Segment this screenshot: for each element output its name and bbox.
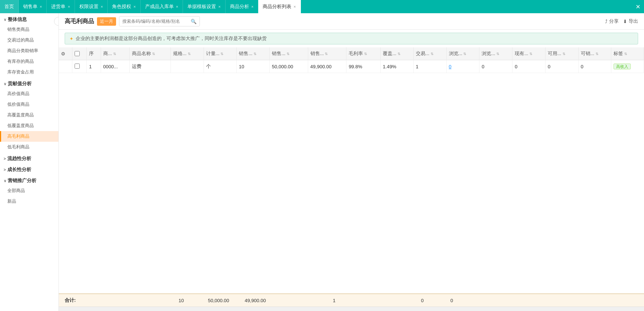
footer-cell: 50,000.00 <box>206 298 242 303</box>
sidebar-item[interactable]: 高毛利商品 <box>0 131 58 142</box>
sort-icon: ⇅ <box>463 52 466 56</box>
col-header-sales_amt[interactable]: 销售...⇅ <box>270 47 308 60</box>
tab-close-icon[interactable]: × <box>133 5 136 9</box>
sidebar-item[interactable]: 库存资金占用 <box>0 67 58 77</box>
footer-cell: 0 <box>419 298 448 303</box>
sidebar-item[interactable]: 新品 <box>0 196 58 207</box>
header-actions: ⤴ 分享 ⬇ 导出 <box>605 18 638 25</box>
nav-tab[interactable]: 进货单× <box>47 0 75 13</box>
footer-cell: 1 <box>331 298 360 303</box>
sidebar-group-title[interactable]: >成长性分析 <box>0 163 58 174</box>
sidebar-group-title[interactable]: ∨贡献值分析 <box>0 77 58 88</box>
data-table: ⚙序商...⇅商品名称⇅规格...⇅计量...⇅销售...⇅销售...⇅销售..… <box>59 47 644 73</box>
col-header-sales_qty[interactable]: 销售...⇅ <box>237 47 270 60</box>
tab-close-icon[interactable]: × <box>251 5 253 9</box>
cell-browse1[interactable]: 0 <box>446 60 479 73</box>
col-header-gross_margin[interactable]: 毛利率⇅ <box>346 47 381 60</box>
sidebar-item[interactable]: 有库存的商品 <box>0 56 58 67</box>
col-header-trade_count[interactable]: 交易...⇅ <box>413 47 446 60</box>
close-all-icon[interactable]: ✕ <box>636 3 640 10</box>
select-all-checkbox[interactable] <box>75 51 80 56</box>
footer-cell <box>389 298 419 303</box>
info-banner-text: 企业的主要的利润都是这部分商品创造的，可考虑加大推广，同时关注库存是不要出现缺货 <box>76 35 267 42</box>
sidebar-group-label: 流趋性分析 <box>7 155 31 162</box>
sidebar-item[interactable]: 低价值商品 <box>0 99 58 110</box>
tab-close-icon[interactable]: × <box>176 5 178 9</box>
cell-spec <box>170 60 204 73</box>
nav-tab[interactable]: 商品分析× <box>226 0 258 13</box>
search-input[interactable] <box>119 17 188 26</box>
cell-browse2: 0 <box>479 60 512 73</box>
sidebar-group-title[interactable]: >流趋性分析 <box>0 152 58 163</box>
sidebar-item[interactable]: 低毛利商品 <box>0 142 58 152</box>
col-header-checkbox[interactable] <box>72 47 87 60</box>
col-header-sales_profit[interactable]: 销售...⇅ <box>308 47 346 60</box>
sidebar-group: ∨营销推广分析全部商品新品 <box>0 174 58 207</box>
sidebar-item[interactable]: 交易过的商品 <box>0 35 58 46</box>
col-header-current_stock[interactable]: 现有...⇅ <box>512 47 546 60</box>
export-icon: ⬇ <box>623 19 627 24</box>
nav-tab[interactable]: 销售单× <box>19 0 47 13</box>
col-header-tag[interactable]: 标签⇅ <box>611 47 644 60</box>
sidebar-group-title[interactable]: ∨整体信息 <box>0 13 58 24</box>
nav-tab[interactable]: 产成品入库单× <box>141 0 183 13</box>
col-header-code[interactable]: 商...⇅ <box>101 47 129 60</box>
row-checkbox[interactable] <box>75 64 80 69</box>
table-row: 10000...运费个1050,000.0049,900.0099.8%1.49… <box>59 60 644 73</box>
tab-close-icon[interactable]: × <box>101 5 103 9</box>
search-icon[interactable]: 🔍 <box>188 19 199 24</box>
col-header-name[interactable]: 商品名称⇅ <box>129 47 170 60</box>
col-header-seq[interactable]: 序 <box>87 47 101 60</box>
sort-icon: ⇅ <box>287 52 289 56</box>
share-button[interactable]: ⤴ 分享 <box>605 18 619 25</box>
nav-tab[interactable]: 商品分析列表× <box>258 0 301 13</box>
col-header-saleable_stock[interactable]: 可销...⇅ <box>578 47 611 60</box>
content-area: 高毛利商品 近一月 🔍 ⤴ 分享 ⬇ 导出 ✦ 企业的主要的利润都是这部分商品创… <box>59 13 644 311</box>
col-header-browse1[interactable]: 浏览...⇅ <box>446 47 479 60</box>
sort-icon: ⇅ <box>496 52 499 56</box>
sidebar-item[interactable]: 商品分类助销率 <box>0 46 58 56</box>
content-header: 高毛利商品 近一月 🔍 ⤴ 分享 ⬇ 导出 <box>59 13 644 30</box>
time-filter-button[interactable]: 近一月 <box>97 17 116 26</box>
sidebar-group-arrow-icon: ∨ <box>4 179 6 183</box>
col-header-available_stock[interactable]: 可用...⇅ <box>545 47 578 60</box>
sidebar-group-title[interactable]: ∨营销推广分析 <box>0 174 58 185</box>
nav-tab[interactable]: 首页 <box>0 0 19 13</box>
footer-cell: 10 <box>176 298 206 303</box>
tab-close-icon[interactable]: × <box>40 5 42 9</box>
cell-tag[interactable]: 高收入 <box>611 60 644 73</box>
cell-settings <box>59 60 72 73</box>
sidebar-item[interactable]: 全部商品 <box>0 185 58 196</box>
sidebar-item[interactable]: 低覆盖度商品 <box>0 120 58 131</box>
export-button[interactable]: ⬇ 导出 <box>623 18 638 25</box>
sidebar-item[interactable]: 高覆盖度商品 <box>0 110 58 120</box>
cell-checkbox[interactable] <box>72 60 87 73</box>
browse-link[interactable]: 0 <box>449 64 451 69</box>
col-header-browse2[interactable]: 浏览...⇅ <box>479 47 512 60</box>
sidebar-group-label: 整体信息 <box>8 16 27 23</box>
col-header-unit[interactable]: 计量...⇅ <box>204 47 237 60</box>
sidebar-item[interactable]: 销售类商品 <box>0 24 58 35</box>
tab-close-icon[interactable]: × <box>68 5 70 9</box>
col-header-settings[interactable]: ⚙ <box>59 47 72 60</box>
footer-cell: 49,900.00 <box>242 298 279 303</box>
cell-sales_amt: 50,000.00 <box>270 60 308 73</box>
sort-icon: ⇅ <box>431 52 433 56</box>
col-header-coverage[interactable]: 覆盖...⇅ <box>381 47 414 60</box>
footer-cell <box>360 298 389 303</box>
cell-saleable_stock: 0 <box>578 60 611 73</box>
info-icon: ✦ <box>69 36 73 41</box>
tab-close-icon[interactable]: × <box>294 5 296 9</box>
tab-close-icon[interactable]: × <box>218 5 220 9</box>
nav-tab[interactable]: 单据模板设置× <box>183 0 225 13</box>
sort-icon: ⇅ <box>364 52 367 56</box>
sidebar-group-arrow-icon: > <box>4 157 6 161</box>
col-header-spec[interactable]: 规格...⇅ <box>170 47 204 60</box>
sort-icon: ⇅ <box>529 52 532 56</box>
nav-tab[interactable]: 权限设置× <box>75 0 108 13</box>
nav-tab[interactable]: 角色授权× <box>108 0 140 13</box>
footer-cell <box>118 298 147 303</box>
search-box: 🔍 <box>119 16 200 26</box>
horizontal-scrollbar[interactable] <box>59 307 644 311</box>
sidebar-item[interactable]: 高价值商品 <box>0 88 58 99</box>
